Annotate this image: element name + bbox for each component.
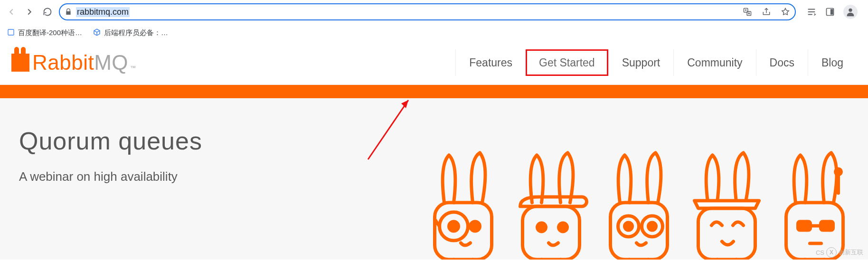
- nav-support[interactable]: Support: [608, 49, 674, 76]
- hero-subtitle: A webinar on high availability: [19, 168, 202, 185]
- logo-tm: ™: [130, 65, 136, 71]
- logo[interactable]: RabbitMQ™: [11, 52, 136, 73]
- watermark-text: 创新互联: [839, 248, 863, 257]
- bookmark-item[interactable]: 百度翻译-200种语…: [7, 28, 82, 37]
- bookmark-label: 百度翻译-200种语…: [18, 29, 82, 36]
- bookmark-favicon-icon: [7, 28, 15, 37]
- address-bar[interactable]: rabbitmq.com: [59, 3, 796, 20]
- svg-rect-32: [798, 222, 811, 230]
- browser-toolbar: rabbitmq.com: [0, 0, 868, 24]
- svg-point-22: [625, 223, 632, 230]
- back-button: [5, 5, 18, 19]
- logo-text-rabbit: Rabbit: [32, 52, 94, 73]
- bunny-icon: [595, 146, 683, 260]
- nav-blog[interactable]: Blog: [808, 49, 857, 76]
- nav-features[interactable]: Features: [455, 49, 526, 76]
- svg-point-30: [836, 169, 841, 175]
- svg-point-23: [649, 223, 656, 230]
- hero-title: Quorum queues: [19, 127, 202, 155]
- svg-rect-6: [435, 203, 492, 260]
- bunny-icon: [507, 146, 595, 260]
- star-icon[interactable]: [781, 7, 790, 17]
- reload-button[interactable]: [41, 5, 54, 19]
- svg-point-8: [471, 222, 480, 231]
- panel-icon[interactable]: [825, 7, 835, 17]
- svg-point-4: [849, 9, 852, 12]
- lock-icon: [65, 8, 72, 16]
- svg-rect-26: [698, 208, 755, 260]
- translate-icon[interactable]: [743, 7, 752, 17]
- main-nav: Features Get Started Support Community D…: [455, 49, 857, 76]
- nav-docs[interactable]: Docs: [756, 49, 808, 76]
- svg-point-7: [449, 222, 459, 231]
- profile-avatar[interactable]: [843, 5, 858, 19]
- hero-text: Quorum queues A webinar on high availabi…: [19, 127, 202, 185]
- svg-rect-3: [830, 9, 833, 15]
- bookmark-item[interactable]: 后端程序员必备：…: [93, 28, 168, 37]
- watermark-badge-icon: X: [826, 247, 837, 258]
- share-icon[interactable]: [762, 7, 771, 17]
- nav-community[interactable]: Community: [673, 49, 755, 76]
- watermark-text: CS: [816, 249, 824, 256]
- svg-point-15: [559, 223, 567, 232]
- bunny-icon: [419, 146, 507, 260]
- bookmark-favicon-icon: [93, 28, 101, 37]
- hero-illustration: [419, 146, 859, 260]
- bunny-icon: [771, 146, 859, 260]
- svg-rect-33: [821, 222, 833, 230]
- svg-point-14: [538, 223, 546, 232]
- logo-mark-icon: [11, 54, 29, 72]
- page-content: RabbitMQ™ Features Get Started Support C…: [0, 41, 868, 260]
- reading-list-icon[interactable]: [806, 7, 817, 17]
- url-text[interactable]: rabbitmq.com: [76, 7, 130, 17]
- orange-strip: [0, 85, 868, 98]
- forward-button[interactable]: [23, 5, 36, 19]
- site-header: RabbitMQ™ Features Get Started Support C…: [0, 41, 868, 85]
- svg-rect-13: [523, 206, 580, 260]
- watermark: CS X 创新互联: [816, 247, 863, 258]
- hero: Quorum queues A webinar on high availabi…: [0, 98, 868, 260]
- nav-get-started[interactable]: Get Started: [526, 49, 608, 76]
- bunny-icon: [683, 146, 771, 260]
- svg-rect-5: [8, 29, 14, 35]
- browser-right-icons: [801, 5, 863, 19]
- bookmarks-bar: 百度翻译-200种语… 后端程序员必备：…: [0, 24, 868, 41]
- logo-text-mq: MQ: [94, 52, 128, 73]
- bookmark-label: 后端程序员必备：…: [104, 29, 168, 36]
